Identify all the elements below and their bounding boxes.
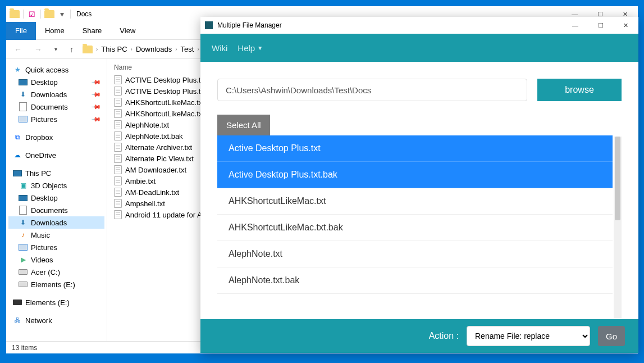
document-icon (19, 206, 28, 215)
cloud-icon: ☁ (13, 151, 22, 160)
menu-wiki[interactable]: Wiki (212, 43, 227, 53)
tree-onedrive[interactable]: ☁OneDrive (8, 149, 104, 161)
tree-quick-access[interactable]: ★ Quick access (8, 63, 104, 76)
breadcrumb-item[interactable]: This PC (101, 45, 127, 53)
folder-icon (83, 46, 93, 53)
action-bar: Action : Rename File: replace Go (200, 319, 638, 353)
multiple-file-manager-window: Multiple File Manager — ☐ ✕ Wiki Help▼ b… (200, 17, 638, 353)
file-icon (114, 143, 122, 152)
tree-label: This PC (25, 169, 51, 178)
tab-share[interactable]: Share (74, 22, 111, 40)
desktop-icon (19, 78, 28, 87)
tab-view[interactable]: View (111, 22, 144, 40)
file-icon (114, 199, 122, 208)
tree-item-drive-c[interactable]: Acer (C:) (8, 266, 104, 278)
minimize-button[interactable]: — (563, 17, 588, 34)
scrollbar-thumb[interactable] (615, 137, 620, 220)
desktop-icon (19, 193, 28, 202)
chevron-down-icon: ▼ (257, 45, 263, 51)
tree-label: Videos (31, 256, 53, 264)
tree-elements[interactable]: Elements (E:) (8, 296, 104, 308)
file-name: AM Downloader.txt (125, 166, 186, 174)
tree-item-drive-e[interactable]: Elements (E:) (8, 278, 104, 291)
breadcrumb-item[interactable]: Test (181, 45, 194, 53)
close-button[interactable]: ✕ (613, 17, 638, 34)
tree-label: Music (31, 231, 50, 239)
tree-item-3d-objects[interactable]: ▣3D Objects (8, 179, 104, 192)
tree-network[interactable]: 🖧Network (8, 314, 104, 326)
new-folder-icon[interactable] (44, 9, 54, 19)
nav-tree[interactable]: ★ Quick access Desktop📌 ⬇Downloads📌 Docu… (6, 59, 107, 341)
nav-recent-dropdown[interactable]: ▾ (51, 44, 61, 55)
separator (40, 10, 41, 19)
file-name: AlephNote.txt (125, 121, 169, 129)
mfm-file-list[interactable]: Active Desktop Plus.txtActive Desktop Pl… (217, 135, 622, 319)
tree-label: Pictures (31, 115, 57, 124)
pin-icon: 📌 (90, 76, 101, 87)
chevron-right-icon: › (197, 46, 199, 52)
videos-icon: ▶ (19, 255, 28, 264)
pin-icon: 📌 (90, 114, 101, 124)
pictures-icon (19, 243, 28, 252)
download-icon: ⬇ (19, 218, 28, 227)
network-icon: 🖧 (13, 316, 22, 325)
chevron-right-icon: › (96, 46, 98, 52)
tree-dropbox[interactable]: ⧉Dropbox (8, 131, 104, 143)
maximize-button[interactable]: ☐ (588, 17, 613, 34)
list-item[interactable]: AlephNote.txt (217, 241, 613, 267)
tree-item-documents[interactable]: Documents (8, 204, 104, 216)
tree-item-downloads[interactable]: ⬇Downloads (8, 216, 104, 229)
action-select[interactable]: Rename File: replace (467, 326, 590, 346)
menu-help[interactable]: Help▼ (237, 43, 263, 53)
file-icon (114, 165, 122, 174)
file-name: Alternate Archiver.txt (125, 143, 192, 152)
list-item[interactable]: AlephNote.txt.bak (217, 267, 613, 294)
list-item[interactable]: Active Desktop Plus.txt (217, 135, 613, 162)
tree-label: Downloads (31, 219, 67, 227)
go-button[interactable]: Go (598, 326, 625, 346)
file-icon (114, 120, 122, 129)
tree-item-videos[interactable]: ▶Videos (8, 253, 104, 266)
tree-this-pc[interactable]: This PC (8, 167, 104, 179)
tree-item-pictures[interactable]: Pictures (8, 241, 104, 253)
tree-label: Network (25, 316, 52, 325)
file-icon (114, 98, 122, 107)
tree-label: Downloads (31, 90, 67, 99)
tree-label: Documents (31, 103, 68, 111)
tree-item-documents[interactable]: Documents📌 (8, 101, 104, 113)
mfm-content: browse Select All Active Desktop Plus.tx… (200, 62, 638, 319)
tree-item-pictures[interactable]: Pictures📌 (8, 113, 104, 125)
file-icon (114, 176, 122, 185)
tree-item-music[interactable]: ♪Music (8, 229, 104, 241)
tree-item-desktop[interactable]: Desktop (8, 192, 104, 204)
folder-icon (10, 9, 20, 19)
nav-back-button[interactable]: ← (11, 43, 25, 56)
3d-objects-icon: ▣ (19, 181, 28, 190)
path-input[interactable] (217, 79, 527, 101)
select-all-button[interactable]: Select All (217, 115, 270, 135)
file-icon (114, 210, 122, 219)
nav-up-button[interactable]: ↑ (66, 43, 77, 56)
list-item[interactable]: AHKShortcutLikeMac.txt (217, 188, 613, 215)
tree-item-desktop[interactable]: Desktop📌 (8, 76, 104, 88)
nav-forward-button[interactable]: → (31, 43, 45, 56)
file-icon (114, 188, 122, 197)
menu-label: Help (237, 43, 255, 53)
properties-icon[interactable]: ☑ (27, 9, 37, 19)
tree-label: Pictures (31, 243, 57, 252)
list-item[interactable]: AHKShortcutLikeMac.txt.bak (217, 215, 613, 241)
browse-button[interactable]: browse (537, 79, 622, 101)
list-item[interactable]: Active Desktop Plus.txt.bak (217, 162, 613, 188)
scrollbar[interactable] (614, 137, 622, 318)
file-name: AlephNote.txt.bak (125, 132, 183, 140)
breadcrumb-item[interactable]: Downloads (136, 45, 172, 53)
qat-dropdown-icon[interactable]: ▾ (57, 9, 67, 19)
drive-icon (19, 267, 28, 276)
tab-home[interactable]: Home (36, 22, 74, 40)
tree-item-downloads[interactable]: ⬇Downloads📌 (8, 88, 104, 101)
pictures-icon (19, 115, 28, 124)
file-name: Alternate Pic View.txt (125, 155, 194, 163)
tree-label: Elements (E:) (31, 280, 75, 289)
tab-file[interactable]: File (6, 22, 36, 40)
tree-label: Quick access (25, 66, 68, 74)
